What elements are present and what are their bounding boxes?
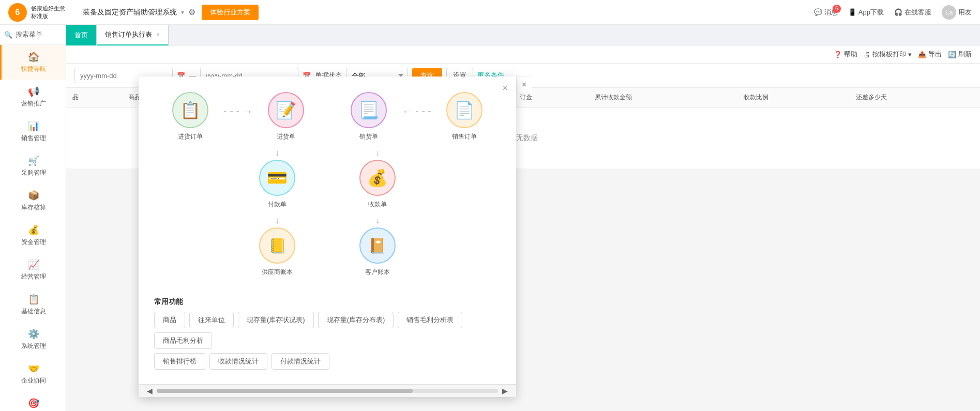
system-selector: 装备及固定资产辅助管理系统 ▾ [83, 8, 184, 17]
func-btn-4[interactable]: 销售毛利分析表 [398, 312, 462, 328]
customer-ledger-label: 客户账本 [365, 268, 390, 277]
scroll-track[interactable] [157, 389, 498, 393]
sidebar-items: 🏠 快捷导航📢 营销推广📊 销售管理🛒 采购管理📦 库存核算💰 资金管理📈 经营… [0, 45, 66, 411]
func-btn-5[interactable]: 商品毛利分析 [154, 332, 212, 349]
top-right: 💬 消息 6 📱 App下载 🎧 在线客服 Ea 用友 [814, 5, 972, 20]
purchase-icon: 🛒 [28, 155, 39, 166]
sidebar-item-sales[interactable]: 📊 销售管理 [0, 114, 66, 149]
down-arrow-payment: ↓ [246, 216, 308, 225]
sidebar-search-area: 🔍 搜索菜单 [0, 25, 66, 45]
down-arrows-row: ↓ ↓ [159, 146, 495, 160]
sidebar-item-finance[interactable]: 💰 资金管理 [0, 218, 66, 253]
func-btn-8[interactable]: 付款情况统计 [272, 353, 329, 370]
common-funcs-area: 常用功能 商品往来单位现存量(库存状况表)现存量(库存分布表)销售毛利分析表商品… [139, 292, 516, 384]
purchase-order-icon: 📋 [172, 92, 208, 128]
trial-button[interactable]: 体验行业方案 [202, 5, 259, 20]
download-icon: 📱 [848, 8, 856, 16]
system-icon: ⚙️ [28, 328, 39, 340]
flow-modal: × 📋 进货订单 [139, 77, 516, 397]
flow-node-sales-bill[interactable]: 📃 销货单 [338, 92, 400, 141]
finance-icon: 💰 [28, 224, 39, 236]
payment-icon: 💳 [259, 160, 295, 196]
marketing-label: 营销推广 [21, 99, 46, 108]
tab-home-label: 首页 [74, 31, 88, 40]
flow-node-purchase-order[interactable]: 📋 进货订单 [159, 92, 221, 141]
logo-text: 畅康通好生意 标准版 [31, 5, 65, 20]
modal-overlay: × 📋 进货订单 [66, 45, 980, 411]
main-area: 🔍 搜索菜单 🏠 快捷导航📢 营销推广📊 销售管理🛒 采购管理📦 库存核算💰 [0, 25, 980, 411]
func-btn-6[interactable]: 销售排行榜 [154, 353, 205, 370]
basic-icon: 📋 [28, 294, 39, 305]
func-btn-2[interactable]: 现存量(库存状况表) [238, 312, 314, 328]
tab-sales-exec-label: 销售订单执行表 [105, 30, 152, 39]
flow-node-purchase-bill[interactable]: 📝 进货单 [255, 92, 317, 141]
sales-order-label: 销售订单 [452, 132, 477, 141]
func-btn-3[interactable]: 现存量(库存分布表) [318, 312, 394, 328]
user-menu[interactable]: Ea 用友 [942, 5, 972, 20]
online-service-button[interactable]: 🎧 在线客服 [894, 8, 931, 17]
content-body: ❓ 帮助 🖨 按模板打印 ▾ 📤 导出 🔄 [66, 45, 980, 411]
purchase-order-label: 进货订单 [178, 132, 203, 141]
sidebar-item-marketing[interactable]: 📢 营销推广 [0, 80, 66, 114]
sales-icon: 📊 [28, 120, 39, 132]
flow-node-supplier-ledger[interactable]: 📒 供应商账本 [246, 227, 308, 277]
tab-sales-exec-close[interactable]: × [156, 31, 160, 38]
supplier-ledger-label: 供应商账本 [262, 268, 293, 277]
sidebar-item-purchase[interactable]: 🛒 采购管理 [0, 149, 66, 184]
tab-bar: 首页销售订单执行表× [66, 25, 980, 45]
func-btn-7[interactable]: 收款情况统计 [209, 353, 267, 370]
common-funcs-title: 常用功能 [154, 297, 501, 307]
logo-area: 6 畅康通好生意 标准版 [8, 3, 74, 22]
flow-node-receipt[interactable]: 💰 收款单 [346, 160, 409, 209]
sidebar-item-guide[interactable]: 🎯 新手引导 [0, 391, 66, 411]
logo-icon: 6 [8, 3, 27, 22]
func-btn-0[interactable]: 商品 [154, 312, 185, 328]
avatar: Ea [942, 5, 956, 20]
arrow-1: - - - → [221, 105, 255, 117]
search-icon: 🔍 [4, 31, 12, 39]
down-arrow-sales: ↓ [346, 148, 409, 158]
sales-bill-label: 销货单 [359, 132, 378, 141]
flow-row-2: 💳 付款单 💰 收款单 [159, 160, 495, 209]
sales-bill-icon: 📃 [351, 92, 387, 128]
sidebar-item-basic[interactable]: 📋 基础信息 [0, 287, 66, 322]
operation-icon: 📈 [28, 259, 39, 270]
func-btn-1[interactable]: 往来单位 [189, 312, 234, 328]
guide-icon: 🎯 [28, 398, 39, 409]
sidebar-item-quick-nav[interactable]: 🏠 快捷导航 [0, 45, 66, 80]
tab-home[interactable]: 首页 [66, 25, 97, 45]
inventory-label: 库存核算 [21, 203, 46, 212]
modal-close-button[interactable]: × [502, 83, 508, 94]
flow-node-payment[interactable]: 💳 付款单 [246, 160, 308, 209]
sidebar-item-operation[interactable]: 📈 经营管理 [0, 253, 66, 287]
sidebar-item-inventory[interactable]: 📦 库存核算 [0, 184, 66, 218]
flow-node-sales-order[interactable]: 📄 销售订单 [433, 92, 495, 141]
system-name: 装备及固定资产辅助管理系统 [83, 8, 177, 17]
func-buttons-row2: 销售排行榜收款情况统计付款情况统计 [154, 353, 501, 370]
scroll-left-arrow[interactable]: ◀ [147, 387, 153, 395]
sidebar-search-button[interactable]: 🔍 搜索菜单 [4, 30, 62, 39]
flow-node-customer-ledger[interactable]: 📔 客户账本 [346, 227, 409, 277]
app-wrapper: 6 畅康通好生意 标准版 装备及固定资产辅助管理系统 ▾ ⚙ 体验行业方案 💬 … [0, 0, 980, 411]
tab-sales-exec[interactable]: 销售订单执行表× [97, 25, 169, 45]
finance-label: 资金管理 [21, 238, 46, 247]
chevron-down-icon[interactable]: ▾ [181, 9, 184, 16]
quick-nav-label: 快捷导航 [21, 65, 46, 73]
down-arrow-purchase: ↓ [246, 148, 308, 158]
app-download-button[interactable]: 📱 App下载 [848, 8, 884, 17]
message-button[interactable]: 💬 消息 6 [814, 8, 838, 17]
scroll-right-arrow[interactable]: ▶ [502, 387, 508, 395]
sales-order-icon: 📄 [446, 92, 483, 128]
purchase-bill-icon: 📝 [268, 92, 304, 128]
content-area: 首页销售订单执行表× ❓ 帮助 🖨 按模板打印 ▾ [66, 25, 980, 411]
message-badge: 6 [833, 5, 841, 13]
sidebar: 🔍 搜索菜单 🏠 快捷导航📢 营销推广📊 销售管理🛒 采购管理📦 库存核算💰 [0, 25, 66, 411]
sidebar-item-system[interactable]: ⚙️ 系统管理 [0, 322, 66, 357]
modal-top-close-button[interactable]: × [516, 77, 532, 92]
gear-icon[interactable]: ⚙ [188, 7, 195, 17]
flow-row-1: 📋 进货订单 - - - → 📝 [159, 92, 495, 141]
sidebar-item-enterprise[interactable]: 🤝 企业协同 [0, 357, 66, 391]
customer-ledger-icon: 📔 [359, 227, 396, 264]
operation-label: 经营管理 [21, 272, 46, 281]
inventory-icon: 📦 [28, 190, 39, 201]
